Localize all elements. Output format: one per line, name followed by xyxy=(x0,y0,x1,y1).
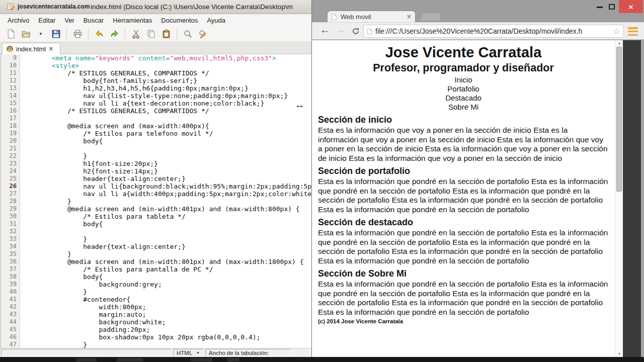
code-line[interactable] xyxy=(20,115,311,122)
code-line[interactable]: h1,h2,h3,h4,h5,h6{padding:0px;margin:0px… xyxy=(20,84,311,92)
nav-link-sobre-mi[interactable]: Sobre Mi xyxy=(318,103,609,112)
menu-buscar[interactable]: Buscar xyxy=(79,15,108,26)
menu-ayuda[interactable]: Ayuda xyxy=(202,15,230,26)
new-tab-button[interactable] xyxy=(421,13,442,21)
nav-link-destacado[interactable]: Destacado xyxy=(318,94,609,103)
scrollbar-thumb[interactable] xyxy=(616,47,622,192)
code-line[interactable]: <meta name="keywords" content="web,movil… xyxy=(20,54,311,62)
menu-archivo[interactable]: Archivo xyxy=(3,15,34,26)
code-line[interactable]: } xyxy=(20,235,311,243)
nav-link-portafolio[interactable]: Portafolio xyxy=(318,84,609,94)
line-number: 35 xyxy=(2,250,17,258)
code-line[interactable]: body{font-family:sans-serif;} xyxy=(20,77,311,84)
code-line[interactable]: } xyxy=(20,288,311,296)
window-title: index.html (Disco local (C:) \Users\Jose… xyxy=(91,3,293,11)
maximize-button[interactable] xyxy=(609,4,615,10)
open-dropdown-icon[interactable]: ▼ xyxy=(34,28,47,41)
bookmark-star-icon[interactable]: ☆ xyxy=(613,26,620,37)
menu-ver[interactable]: Ver xyxy=(60,15,79,26)
tab-label: index.html xyxy=(16,45,46,53)
line-number: 29 xyxy=(2,205,17,213)
code-line[interactable]: margin:auto; xyxy=(20,311,311,318)
menu-documentos[interactable]: Documentos xyxy=(156,15,202,26)
undo-icon[interactable] xyxy=(93,28,106,41)
close-button[interactable]: × xyxy=(619,0,643,13)
nav-link-inicio[interactable]: Inicio xyxy=(318,75,609,84)
copy-icon[interactable] xyxy=(144,28,157,41)
code-editor[interactable]: 9101112131415161718192021222324252627282… xyxy=(0,54,311,348)
address-bar[interactable]: file:///C:/Users/Jose%20Vicente%20Carrat… xyxy=(363,25,624,38)
new-file-icon[interactable] xyxy=(4,28,17,41)
code-line[interactable]: /* ESTILOS GENERALES, COMPARTIDOS */ xyxy=(20,69,311,77)
paste-icon[interactable] xyxy=(159,28,173,41)
code-line[interactable]: nav ul li{background:black;width:95%;mar… xyxy=(20,183,311,190)
section-heading: Sección de Sobre Mi xyxy=(318,268,609,279)
line-number: 19 xyxy=(2,130,17,137)
code-line[interactable]: nav ul li a{text-decoration:none;color:b… xyxy=(20,100,311,107)
line-number: 34 xyxy=(2,243,17,250)
html-file-icon xyxy=(7,46,13,52)
code-line[interactable]: box-shadow:0px 10px 20px rgba(0,0,0,0.4)… xyxy=(20,333,311,341)
code-line[interactable]: padding:20px; xyxy=(20,326,311,333)
code-line[interactable]: body{ xyxy=(20,273,311,281)
print-icon[interactable] xyxy=(71,28,84,41)
code-line[interactable]: /* ESTILOS GENERALES, COMPARTIDOS */ xyxy=(20,107,311,115)
code-line[interactable]: /* Estilos para pantalla de PC */ xyxy=(20,265,311,273)
redo-icon[interactable] xyxy=(108,28,121,41)
code-line[interactable]: body{ xyxy=(20,220,311,228)
code-line[interactable]: header{text-align:center;} xyxy=(20,243,311,250)
code-line[interactable]: nav ul{list-style-type:none;padding:0px;… xyxy=(20,92,311,100)
language-mode-dropdown[interactable]: HTML ▼ xyxy=(173,349,203,356)
reload-button[interactable] xyxy=(351,27,360,36)
code-line[interactable]: /* Estilos para tableta */ xyxy=(20,213,311,220)
line-number: 46 xyxy=(2,333,17,341)
code-line[interactable]: } xyxy=(20,198,311,205)
code-line[interactable]: } xyxy=(20,250,311,258)
forward-button: → xyxy=(335,24,345,36)
code-line[interactable] xyxy=(20,228,311,235)
code-lines[interactable]: <meta name="keywords" content="web,movil… xyxy=(20,54,311,348)
scrollbar[interactable]: ▲ ▼ xyxy=(615,40,623,357)
save-icon[interactable] xyxy=(49,28,62,41)
code-line[interactable]: background:grey; xyxy=(20,281,311,288)
menu-editar[interactable]: Editar xyxy=(34,15,60,26)
menu-herramientas[interactable]: Herramientas xyxy=(108,15,156,26)
code-line[interactable]: /* Estilos para telefono movil */ xyxy=(20,130,311,137)
tab-close-icon[interactable]: × xyxy=(407,13,411,21)
code-line[interactable]: <style> xyxy=(20,62,311,69)
taskbar-button[interactable] xyxy=(227,358,239,361)
tab-close-icon[interactable]: × xyxy=(49,46,53,52)
code-line[interactable]: body{ xyxy=(20,137,311,145)
cut-icon[interactable] xyxy=(129,28,142,41)
code-line[interactable]: nav ul li a{width:400px;padding:5px;marg… xyxy=(20,190,311,198)
code-line[interactable]: } xyxy=(20,341,311,348)
find-icon[interactable] xyxy=(181,28,194,41)
code-line[interactable]: } xyxy=(20,152,311,160)
taskbar-button[interactable] xyxy=(117,358,143,361)
code-line[interactable] xyxy=(20,145,311,152)
code-line[interactable]: @media screen and (min-width:801px) and … xyxy=(20,258,311,265)
code-line[interactable]: width:800px; xyxy=(20,303,311,311)
watermark-text: josevicentecarratala.com xyxy=(18,3,90,10)
code-line[interactable]: @media screen and (min-width:401px) and … xyxy=(20,205,311,213)
taskbar-button[interactable] xyxy=(76,358,97,361)
browser-tab[interactable]: Web movil × xyxy=(327,11,416,22)
line-number: 24 xyxy=(2,167,17,175)
minimize-button[interactable] xyxy=(597,7,603,8)
tab-index-html[interactable]: index.html × xyxy=(2,43,60,54)
tab-width-control[interactable]: Ancho de la tabulación: xyxy=(205,349,291,356)
code-line[interactable]: @media screen and (max-width:400px){ xyxy=(20,122,311,130)
code-line[interactable]: h1{font-size:20px;} xyxy=(20,160,311,167)
open-file-icon[interactable] xyxy=(19,28,32,41)
line-number: 9 xyxy=(2,54,17,62)
code-line[interactable]: h2{font-size:14px;} xyxy=(20,167,311,175)
code-line[interactable]: background:white; xyxy=(20,318,311,326)
scroll-up-icon[interactable]: ▲ xyxy=(615,40,623,46)
replace-icon[interactable] xyxy=(196,28,209,41)
taskbar-button[interactable] xyxy=(190,358,212,361)
chrome-menu-icon[interactable] xyxy=(628,27,638,36)
code-line[interactable]: #contenedor{ xyxy=(20,296,311,303)
code-line[interactable]: header{text-align:center;} xyxy=(20,175,311,183)
back-button[interactable]: ← xyxy=(320,24,330,36)
scroll-down-icon[interactable]: ▼ xyxy=(615,351,623,357)
